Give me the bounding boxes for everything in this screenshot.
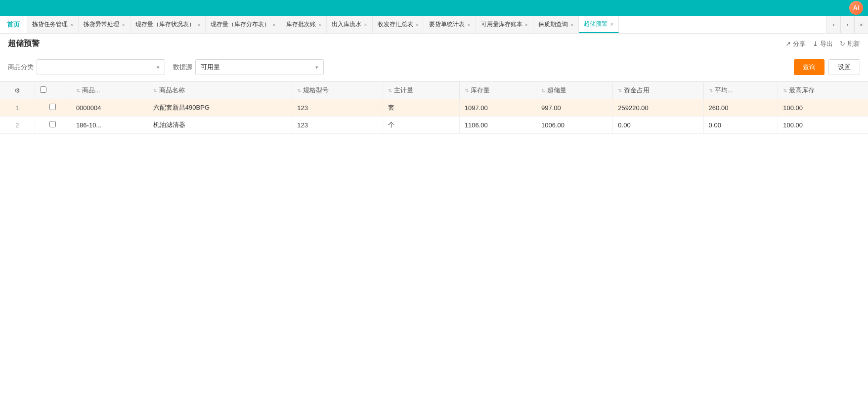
cell-maxstock-0: 100.00 <box>778 99 868 117</box>
cell-unit-0: 套 <box>383 99 459 117</box>
sort-icon-name[interactable]: ⇅ <box>153 88 157 93</box>
datasource-select-value: 可用量 <box>201 63 220 72</box>
cell-code-1: 186-10... <box>71 117 148 134</box>
sort-icon-unit[interactable]: ⇅ <box>388 88 392 93</box>
datasource-chevron-icon: ▾ <box>315 64 318 71</box>
col-header-stock[interactable]: ⇅库存量 <box>459 82 536 99</box>
datasource-select[interactable]: 可用量 ▾ <box>195 59 324 75</box>
tab-inout-flow[interactable]: 出入库流水× <box>327 16 372 33</box>
datasource-label: 数据源 <box>173 63 192 72</box>
col-header-code[interactable]: ⇅商品... <box>71 82 148 99</box>
cell-stock-0: 1097.00 <box>459 99 536 117</box>
row-num-0: 1 <box>0 99 35 117</box>
table-header: ⚙⇅商品...⇅商品名称⇅规格型号⇅主计量⇅库存量⇅超储量⇅资金占用⇅平均...… <box>0 82 868 99</box>
tab-label-stock-dist: 现存量（库存分布表） <box>211 20 270 29</box>
tab-avail-ledger[interactable]: 可用量库存账本× <box>476 16 533 33</box>
sort-icon-maxstock[interactable]: ⇅ <box>783 88 787 93</box>
tab-abnormal[interactable]: 拣货异常处理× <box>79 16 130 33</box>
page-title: 超储预警 <box>8 39 40 49</box>
tab-close-avail-ledger[interactable]: × <box>525 22 528 28</box>
cell-name-0: 六配套新昌490BPG <box>148 99 292 117</box>
tab-close-quality[interactable]: × <box>570 22 573 28</box>
sort-icon-spec[interactable]: ⇅ <box>297 88 301 93</box>
tab-close-collect[interactable]: × <box>416 22 419 28</box>
row-select-checkbox[interactable] <box>49 104 56 110</box>
tab-label-order-stat: 要货单统计表 <box>429 20 465 29</box>
share-icon: ↗ <box>785 40 791 47</box>
sort-icon-capital[interactable]: ⇅ <box>618 88 622 93</box>
tab-overstock[interactable]: 超储预警× <box>579 16 618 33</box>
col-header-spec[interactable]: ⇅规格型号 <box>292 82 383 99</box>
filter-bar: 商品分类 ▾ 数据源 可用量 ▾ 查询 设置 <box>0 53 868 81</box>
row-select-checkbox[interactable] <box>49 121 56 127</box>
app-header: Ai <box>0 0 868 16</box>
cell-spec-0: 123 <box>292 99 383 117</box>
sort-icon-overstock[interactable]: ⇅ <box>541 88 545 93</box>
col-header-settings: ⚙ <box>0 82 35 99</box>
tab-close-overstock[interactable]: × <box>610 21 613 27</box>
nav-next-button[interactable]: › <box>840 16 854 34</box>
cell-capital-1: 0.00 <box>613 117 703 134</box>
tab-close-task-mgmt[interactable]: × <box>70 22 73 28</box>
nav-close-button[interactable]: × <box>854 16 868 34</box>
tab-quality[interactable]: 保质期查询× <box>533 16 579 33</box>
tab-label-abnormal: 拣货异常处理 <box>84 20 119 29</box>
table-container: ⚙⇅商品...⇅商品名称⇅规格型号⇅主计量⇅库存量⇅超储量⇅资金占用⇅平均...… <box>0 81 868 134</box>
cell-spec-1: 123 <box>292 117 383 134</box>
query-button[interactable]: 查询 <box>794 59 825 75</box>
select-all-checkbox[interactable] <box>40 86 46 93</box>
col-label-unit: 主计量 <box>394 86 413 95</box>
tab-home[interactable]: 首页 <box>0 16 27 33</box>
cell-maxstock-1: 100.00 <box>778 117 868 134</box>
tab-close-batch[interactable]: × <box>318 22 321 28</box>
share-button[interactable]: ↗ 分享 <box>785 40 806 48</box>
tab-order-stat[interactable]: 要货单统计表× <box>424 16 476 33</box>
col-header-name[interactable]: ⇅商品名称 <box>148 82 292 99</box>
tab-bar: 首页拣货任务管理×拣货异常处理×现存量（库存状况表）×现存量（库存分布表）×库存… <box>0 16 868 34</box>
row-checkbox-0[interactable] <box>35 99 71 117</box>
col-label-avg: 平均... <box>715 86 733 95</box>
col-header-maxstock[interactable]: ⇅最高库存 <box>778 82 868 99</box>
tab-close-stock-dist[interactable]: × <box>272 22 275 28</box>
cell-unit-1: 个 <box>383 117 459 134</box>
filter-actions: 查询 设置 <box>794 59 860 75</box>
row-checkbox-1[interactable] <box>35 117 71 134</box>
col-header-unit[interactable]: ⇅主计量 <box>383 82 459 99</box>
col-label-name: 商品名称 <box>159 86 185 95</box>
tab-task-mgmt[interactable]: 拣货任务管理× <box>27 16 79 33</box>
export-button[interactable]: ⤓ 导出 <box>813 40 833 48</box>
refresh-button[interactable]: ↻ 刷新 <box>840 40 860 48</box>
tab-close-order-stat[interactable]: × <box>467 22 470 28</box>
export-icon: ⤓ <box>813 40 818 47</box>
settings-button[interactable]: 设置 <box>828 59 860 75</box>
category-select[interactable]: ▾ <box>37 59 165 75</box>
overstock-table: ⚙⇅商品...⇅商品名称⇅规格型号⇅主计量⇅库存量⇅超储量⇅资金占用⇅平均...… <box>0 81 868 134</box>
tab-stock-dist[interactable]: 现存量（库存分布表）× <box>206 16 281 33</box>
sort-icon-avg[interactable]: ⇅ <box>709 88 713 93</box>
page-header: 超储预警 ↗ 分享 ⤓ 导出 ↻ 刷新 <box>0 34 868 53</box>
tab-stock-status[interactable]: 现存量（库存状况表）× <box>130 16 206 33</box>
col-header-capital[interactable]: ⇅资金占用 <box>613 82 703 99</box>
col-header-avg[interactable]: ⇅平均... <box>703 82 778 99</box>
cell-stock-1: 1106.00 <box>459 117 536 134</box>
cell-overstock-0: 997.00 <box>536 99 613 117</box>
nav-prev-button[interactable]: ‹ <box>826 16 840 34</box>
tab-label-task-mgmt: 拣货任务管理 <box>32 20 68 29</box>
tab-batch[interactable]: 库存批次账× <box>281 16 327 33</box>
tab-close-inout-flow[interactable]: × <box>364 22 367 28</box>
sort-icon-stock[interactable]: ⇅ <box>465 88 469 93</box>
avatar[interactable]: Ai <box>849 1 863 15</box>
col-label-code: 商品... <box>82 86 100 95</box>
tab-label-overstock: 超储预警 <box>584 20 608 28</box>
tab-label-batch: 库存批次账 <box>286 20 316 29</box>
nav-arrows: ‹ › × <box>826 16 868 34</box>
tab-close-abnormal[interactable]: × <box>122 22 125 28</box>
sort-icon-code[interactable]: ⇅ <box>76 88 80 93</box>
col-header-overstock[interactable]: ⇅超储量 <box>536 82 613 99</box>
gear-icon[interactable]: ⚙ <box>14 87 20 94</box>
table-body: 10000004六配套新昌490BPG123套1097.00997.002592… <box>0 99 868 134</box>
tab-collect[interactable]: 收发存汇总表× <box>373 16 424 33</box>
col-label-overstock: 超储量 <box>547 86 566 95</box>
table-row: 2186-10...机油滤清器123个1106.001006.000.000.0… <box>0 117 868 134</box>
tab-close-stock-status[interactable]: × <box>197 22 200 28</box>
